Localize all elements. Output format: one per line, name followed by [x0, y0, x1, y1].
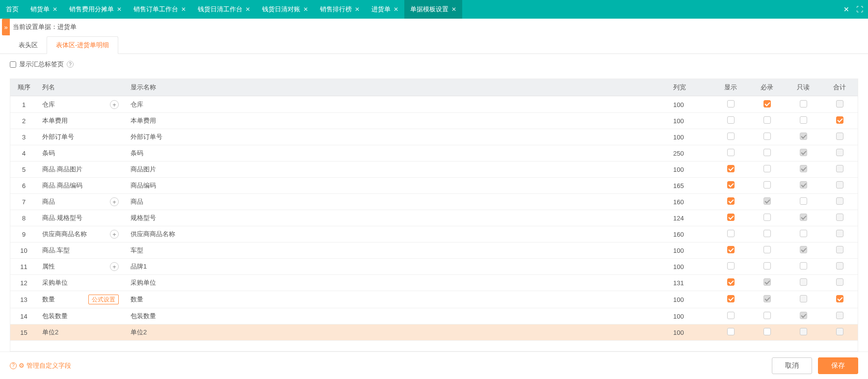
close-icon[interactable]: ✕ [451, 6, 456, 13]
close-icon[interactable]: ✕ [355, 6, 360, 13]
top-tab-bar: 首页销货单✕销售费用分摊单✕销售订单工作台✕钱货日清工作台✕钱货日清对账✕销售排… [0, 0, 868, 19]
close-icon[interactable]: ✕ [303, 6, 308, 13]
top-tab-label: 销售费用分摊单 [69, 5, 114, 14]
top-tab-label: 钱货日清对账 [262, 5, 300, 14]
close-icon[interactable]: ✕ [117, 6, 122, 13]
close-icon[interactable]: ✕ [53, 6, 57, 13]
top-tab[interactable]: 单据模板设置✕ [404, 0, 462, 19]
top-tab[interactable]: 销售费用分摊单✕ [63, 0, 128, 19]
collapse-arrow-icon[interactable]: » [2, 19, 10, 35]
fullscreen-icon[interactable]: ⛶ [856, 5, 863, 13]
close-icon[interactable]: ✕ [394, 6, 398, 13]
current-doc-bar: » 当前设置单据： 进货单 [0, 19, 868, 35]
top-tab[interactable]: 销货单✕ [25, 0, 63, 19]
top-tab-label: 单据模板设置 [410, 5, 448, 14]
top-tab-label: 销售排行榜 [320, 5, 352, 14]
top-tab-label: 首页 [6, 5, 19, 14]
top-tab[interactable]: 进货单✕ [366, 0, 404, 19]
section-tab[interactable]: 表头区 [10, 37, 47, 54]
top-tab-label: 进货单 [371, 5, 391, 14]
top-tab-label: 钱货日清工作台 [198, 5, 242, 14]
help-icon[interactable]: ? [67, 61, 74, 68]
section-tab[interactable]: 表体区-进货单明细 [47, 36, 118, 54]
top-tab[interactable]: 钱货日清对账✕ [256, 0, 314, 19]
close-all-icon[interactable]: ✕ [843, 5, 849, 13]
summary-checkbox[interactable] [10, 61, 16, 68]
top-tab-label: 销货单 [30, 5, 50, 14]
close-icon[interactable]: ✕ [245, 6, 250, 13]
top-tab[interactable]: 首页 [0, 0, 25, 19]
close-icon[interactable]: ✕ [181, 6, 186, 13]
top-tab[interactable]: 销售排行榜✕ [314, 0, 366, 19]
summary-label: 显示汇总标签页 [19, 60, 64, 69]
top-tab[interactable]: 钱货日清工作台✕ [192, 0, 256, 19]
section-tabs: 表头区表体区-进货单明细 [0, 36, 868, 54]
top-tab-label: 销售订单工作台 [133, 5, 178, 14]
top-tab[interactable]: 销售订单工作台✕ [128, 0, 192, 19]
current-doc-name: 进货单 [57, 23, 77, 31]
current-doc-prefix: 当前设置单据： [13, 23, 57, 31]
summary-option-row: 显示汇总标签页 ? [0, 54, 868, 74]
